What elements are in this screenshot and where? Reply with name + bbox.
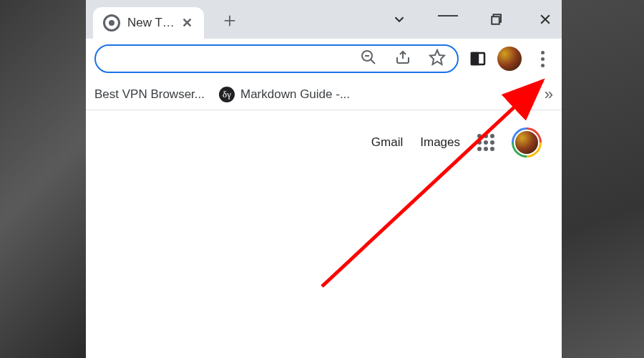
maximize-icon [490,13,503,26]
side-panel-button[interactable] [469,49,487,68]
dot-icon [541,64,545,67]
toolbar [86,39,562,79]
bookmark-label: Markdown Guide -... [240,87,350,102]
grid-dot-icon [484,147,488,151]
zoom-button[interactable] [360,49,377,69]
grid-dot-icon [484,134,488,138]
close-icon [538,12,552,26]
browser-window: New T… ✕ ＋ — [86,0,562,358]
bookmarks-bar: Best VPN Browser... δγ Markdown Guide -.… [86,79,562,110]
bookmark-button[interactable] [429,49,446,69]
bookmarks-overflow-button[interactable]: » [545,85,553,104]
svg-marker-8 [430,50,444,64]
share-button[interactable] [394,49,411,69]
grid-dot-icon [490,134,494,138]
grid-dot-icon [484,140,488,145]
background-right [562,0,644,358]
plus-icon: ＋ [220,6,240,34]
address-bar[interactable] [94,44,459,73]
active-tab[interactable]: New T… ✕ [93,7,204,39]
close-tab-icon[interactable]: ✕ [182,15,192,31]
dot-icon [541,57,545,61]
minimize-icon: — [438,3,458,26]
bookmark-item[interactable]: Best VPN Browser... [94,87,205,102]
svg-rect-10 [472,53,478,64]
dot-icon [541,51,545,54]
new-tab-content: Gmail Images [86,110,562,358]
bookmark-item[interactable]: δγ Markdown Guide -... [219,87,350,102]
grid-dot-icon [477,134,482,138]
tab-strip: New T… ✕ ＋ — [86,0,562,39]
side-panel-icon [469,50,487,67]
chevron-down-icon [391,11,407,27]
minimize-button[interactable]: — [437,4,459,25]
svg-rect-1 [492,16,499,24]
svg-line-5 [371,59,375,64]
grid-dot-icon [477,140,482,145]
account-avatar[interactable] [512,127,542,158]
avatar-image [514,130,540,155]
zoom-out-icon [360,49,377,66]
gmail-link[interactable]: Gmail [371,135,403,150]
new-tab-button[interactable]: ＋ [217,7,243,33]
google-apps-button[interactable] [477,134,494,151]
images-link[interactable]: Images [420,135,460,150]
share-icon [394,49,411,66]
grid-dot-icon [477,147,482,151]
chrome-menu-button[interactable] [532,48,553,69]
bookmark-favicon: δγ [219,87,235,102]
chrome-icon [103,14,120,32]
profile-avatar[interactable] [497,47,522,71]
window-controls: — [389,0,556,39]
google-nav: Gmail Images [106,127,542,158]
tab-title: New T… [127,16,175,30]
tab-search-button[interactable] [389,9,410,30]
grid-dot-icon [490,140,494,145]
background-left [0,0,86,358]
maximize-button[interactable] [486,9,507,30]
grid-dot-icon [490,147,494,151]
close-window-button[interactable] [535,9,556,30]
star-icon [429,49,446,66]
bookmark-label: Best VPN Browser... [94,87,205,102]
